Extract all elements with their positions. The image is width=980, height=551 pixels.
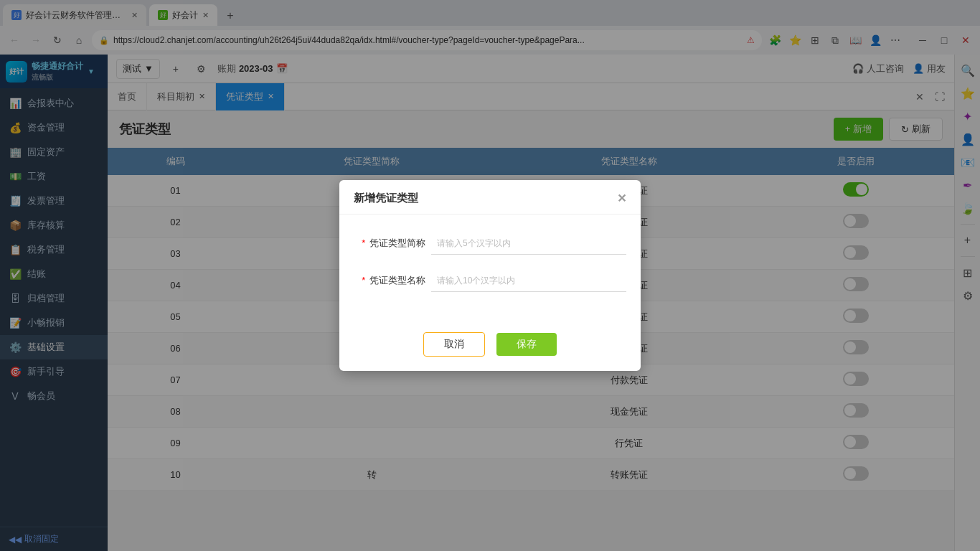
dialog-header: 新增凭证类型 ✕	[339, 180, 641, 215]
cancel-button[interactable]: 取消	[423, 332, 485, 357]
name-label: * 凭证类型名称	[354, 274, 425, 287]
dialog-title: 新增凭证类型	[354, 192, 418, 205]
save-button[interactable]: 保存	[496, 333, 557, 356]
dialog-body: * 凭证类型简称 * 凭证类型名称	[339, 215, 641, 324]
form-row-name: * 凭证类型名称	[354, 269, 626, 292]
name-input[interactable]	[431, 269, 626, 292]
dialog-footer: 取消 保存	[339, 324, 641, 371]
short-label-text: 凭证类型简称	[369, 237, 425, 248]
dialog-overlay: 新增凭证类型 ✕ * 凭证类型简称 * 凭证类型名称 取消 保存	[0, 0, 980, 551]
dialog: 新增凭证类型 ✕ * 凭证类型简称 * 凭证类型名称 取消 保存	[339, 180, 641, 371]
dialog-close-btn[interactable]: ✕	[617, 192, 626, 205]
form-row-short: * 凭证类型简称	[354, 232, 626, 255]
short-label: * 凭证类型简称	[354, 237, 425, 250]
short-required: *	[362, 237, 365, 248]
short-input[interactable]	[431, 232, 626, 255]
name-label-text: 凭证类型名称	[369, 275, 425, 286]
name-required: *	[362, 275, 365, 286]
